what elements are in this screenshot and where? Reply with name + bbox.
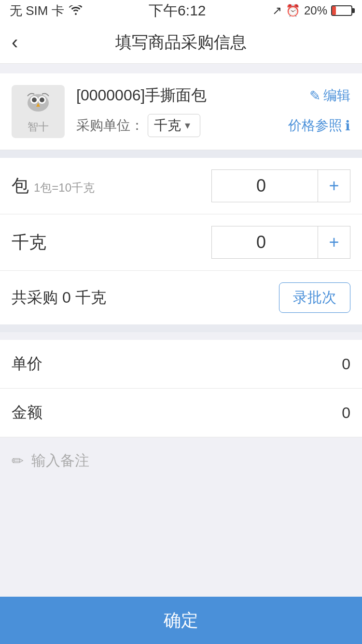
- product-name: [0000006]手撕面包: [76, 85, 207, 106]
- bag-label-group: 包 1包=10千克: [12, 174, 108, 198]
- amount-value: 0: [342, 404, 350, 422]
- summary-row: 共采购 0 千克 录批次: [0, 271, 362, 324]
- dropdown-icon: ▾: [185, 119, 190, 132]
- wifi-icon: [69, 3, 83, 18]
- edit-icon: ✎: [309, 88, 320, 104]
- kg-label: 千克: [12, 231, 46, 254]
- bag-input-row: 包 1包=10千克 +: [0, 158, 362, 214]
- product-thumbnail: 智十: [12, 85, 65, 138]
- amount-row: 金额 0: [0, 389, 362, 437]
- status-left: 无 SIM 卡: [10, 2, 83, 19]
- svg-point-3: [32, 98, 37, 102]
- kg-input-row: 千克 +: [0, 214, 362, 271]
- thumbnail-label: 智十: [28, 120, 49, 134]
- price-section: 单价 0 金额 0: [0, 340, 362, 437]
- amount-label: 金额: [12, 402, 42, 423]
- location-icon: ↗: [272, 4, 282, 17]
- unit-prefix-label: 采购单位：: [76, 116, 144, 135]
- status-bar: 无 SIM 卡 下午6:12 ↗ ⏰ 20%: [0, 0, 362, 21]
- unit-select[interactable]: 千克 ▾: [148, 114, 200, 137]
- price-ref-label: 价格参照: [288, 116, 342, 135]
- product-info: [0000006]手撕面包 ✎ 编辑 采购单位： 千克 ▾ 价格参照 ℹ: [76, 85, 350, 137]
- page-title: 填写商品采购信息: [115, 31, 247, 54]
- summary-text: 共采购 0 千克: [12, 287, 106, 308]
- bag-number-input[interactable]: [211, 169, 318, 202]
- svg-point-4: [40, 98, 44, 102]
- battery-percent: 20%: [304, 4, 327, 17]
- kg-number-input[interactable]: [211, 226, 318, 259]
- input-section: 包 1包=10千克 + 千克 +: [0, 158, 362, 271]
- section-divider-1: [0, 150, 362, 158]
- batch-button[interactable]: 录批次: [279, 282, 350, 313]
- unit-price-label: 单价: [12, 353, 42, 375]
- nav-bar: ‹ 填写商品采购信息: [0, 21, 362, 64]
- price-ref-button[interactable]: 价格参照 ℹ: [288, 116, 350, 135]
- status-right: ↗ ⏰ 20%: [272, 4, 352, 17]
- bag-label: 包: [12, 174, 29, 198]
- price-ref-icon: ℹ: [345, 118, 350, 134]
- owl-icon: [24, 89, 53, 118]
- confirm-button[interactable]: 确定: [0, 597, 362, 644]
- status-time: 下午6:12: [149, 1, 206, 21]
- unit-row: 采购单位： 千克 ▾ 价格参照 ℹ: [76, 114, 350, 137]
- kg-plus-button[interactable]: +: [318, 226, 350, 259]
- pencil-icon: ✏: [12, 452, 24, 469]
- product-card: 智十 [0000006]手撕面包 ✎ 编辑 采购单位： 千克 ▾ 价格参照 ℹ: [0, 73, 362, 150]
- kg-label-group: 千克: [12, 231, 108, 254]
- notes-section[interactable]: ✏ 输入备注: [0, 437, 362, 484]
- unit-value: 千克: [154, 116, 181, 135]
- back-button[interactable]: ‹: [12, 28, 26, 57]
- edit-label: 编辑: [323, 86, 350, 105]
- kg-input-controls: +: [108, 226, 350, 259]
- section-divider-2: [0, 324, 362, 332]
- bag-input-controls: +: [108, 169, 350, 202]
- alarm-icon: ⏰: [286, 4, 300, 17]
- sim-label: 无 SIM 卡: [10, 2, 64, 19]
- unit-price-row: 单价 0: [0, 340, 362, 389]
- notes-placeholder: 输入备注: [31, 451, 89, 471]
- bag-plus-button[interactable]: +: [318, 169, 350, 202]
- battery-icon: [331, 5, 352, 16]
- product-name-row: [0000006]手撕面包 ✎ 编辑: [76, 85, 350, 106]
- bag-sub-label: 1包=10千克: [34, 180, 95, 196]
- unit-price-value: 0: [342, 355, 350, 373]
- edit-button[interactable]: ✎ 编辑: [309, 86, 350, 105]
